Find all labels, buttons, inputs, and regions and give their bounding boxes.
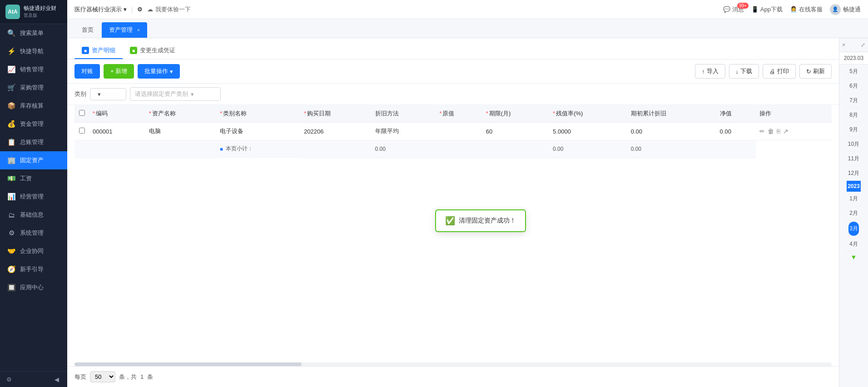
- cell-net-value-0: 0.00: [716, 123, 756, 140]
- sidebar-item-inventory[interactable]: 📦 库存核算: [0, 97, 67, 115]
- month-item-7[interactable]: 12月: [847, 166, 861, 181]
- refresh-button[interactable]: ↻ 刷新: [799, 64, 832, 79]
- sidebar-item-app-center[interactable]: 🔲 应用中心: [0, 278, 67, 297]
- scrollbar-thumb[interactable]: [74, 362, 302, 366]
- col-name: *资产名称: [145, 105, 216, 123]
- avatar: 👤: [830, 4, 841, 15]
- sidebar-item-sales[interactable]: 📈 销售管理: [0, 60, 67, 79]
- copy-icon-0[interactable]: ⎘: [777, 128, 780, 135]
- batch-button[interactable]: 批量操作 ▾: [138, 64, 180, 79]
- cell-name-0: 电脑: [145, 123, 216, 140]
- topbar-separator: |: [131, 6, 133, 13]
- more-icon-0[interactable]: ↗: [783, 128, 789, 135]
- month-item-11[interactable]: 3月: [848, 222, 859, 236]
- month-item-3[interactable]: 8月: [847, 108, 861, 123]
- batch-chevron: ▾: [170, 68, 173, 75]
- month-item-4[interactable]: 9月: [847, 123, 861, 137]
- tab-home[interactable]: 首页: [74, 22, 101, 38]
- app-download-button[interactable]: 📱 App下载: [751, 5, 783, 14]
- download-icon: ↓: [736, 68, 739, 75]
- sidebar-item-purchase[interactable]: 🛒 采购管理: [0, 79, 67, 97]
- sidebar-item-system[interactable]: ⚙ 系统管理: [0, 224, 67, 242]
- messages-button[interactable]: 💬 消息 99+: [723, 5, 744, 14]
- export-button[interactable]: ↑ 导入: [695, 64, 725, 79]
- sidebar-label-guide: 新手引导: [20, 265, 44, 273]
- topbar: 医疗器械行业演示 ▾ | ⚙ ☁ 我要体验一下 💬 消息 99+ 📱 App下载…: [67, 0, 868, 19]
- sidebar-icon-cooperation: 🤝: [7, 247, 15, 255]
- sidebar-label-app-center: 应用中心: [20, 283, 44, 292]
- sidebar-item-ledger[interactable]: 📋 总账管理: [0, 133, 67, 151]
- month-item-2[interactable]: 7月: [847, 94, 861, 108]
- username: 畅捷通: [843, 5, 861, 14]
- sidebar-item-ops[interactable]: 📊 经营管理: [0, 188, 67, 206]
- subtotal-accumulated: 0.00: [549, 140, 627, 158]
- right-panel: × ⤢ 2023.03 5月6月7月8月9月10月11月12月20231月2月3…: [839, 38, 868, 387]
- sidebar-item-guide[interactable]: 🧭 新手引导: [0, 260, 67, 278]
- month-item-9[interactable]: 1月: [847, 192, 861, 206]
- month-item-1[interactable]: 6月: [847, 79, 861, 94]
- sidebar-item-finance[interactable]: 💰 资金管理: [0, 115, 67, 133]
- month-item-0[interactable]: 5月: [847, 64, 861, 79]
- settings-gear-icon[interactable]: ⚙: [137, 6, 143, 13]
- close-panel-icon[interactable]: ×: [842, 42, 845, 48]
- user-menu[interactable]: 👤 畅捷通: [830, 4, 861, 15]
- delete-icon-0[interactable]: 🗑: [768, 128, 774, 135]
- select-all-checkbox[interactable]: [79, 110, 85, 116]
- sidebar-icon-app-center: 🔲: [7, 283, 15, 292]
- col-code: *编码: [89, 105, 145, 123]
- col-net-value: 净值: [716, 105, 756, 123]
- per-page-label: 每页: [74, 373, 86, 381]
- toolbar-right: ↑ 导入 ↓ 下载 🖨 打印 ↻ 刷新: [695, 64, 832, 79]
- sidebar-item-search[interactable]: 🔍 搜索菜单: [0, 24, 67, 42]
- company-selector[interactable]: 医疗器械行业演示 ▾: [74, 5, 127, 14]
- settings-icon[interactable]: ⚙: [6, 376, 13, 382]
- app-download-label: App下载: [760, 5, 783, 14]
- scroll-down-icon[interactable]: ▼: [849, 252, 859, 263]
- sidebar-item-base-info[interactable]: 🗂 基础信息: [0, 206, 67, 224]
- sidebar-item-fixed-assets[interactable]: 🏢 固定资产: [0, 151, 67, 169]
- tab-change-voucher[interactable]: ■ 变更生成凭证: [123, 43, 183, 59]
- refresh-label: 刷新: [813, 67, 825, 75]
- sidebar-label-system: 系统管理: [20, 229, 44, 237]
- per-page-select[interactable]: 50 100: [90, 371, 115, 382]
- tab-close-icon[interactable]: ×: [137, 27, 140, 33]
- month-item-12[interactable]: 4月: [847, 237, 861, 252]
- sidebar-label-finance: 资金管理: [20, 120, 44, 128]
- edit-icon-0[interactable]: ✏: [759, 128, 765, 135]
- print-button[interactable]: 🖨 打印: [763, 64, 796, 79]
- sidebar-item-payroll[interactable]: 💵 工资: [0, 169, 67, 188]
- reconcile-button[interactable]: 对账: [74, 64, 100, 79]
- expand-panel-icon[interactable]: ⤢: [861, 42, 865, 48]
- month-item-10[interactable]: 2月: [847, 206, 861, 221]
- sidebar-item-cooperation[interactable]: 🤝 企业协同: [0, 242, 67, 260]
- sidebar-icon-purchase: 🛒: [7, 84, 15, 92]
- asset-detail-icon: ■: [82, 47, 89, 54]
- tab-asset-detail[interactable]: ■ 资产明细: [74, 43, 123, 59]
- sidebar-label-cooperation: 企业协同: [20, 247, 44, 255]
- horizontal-scrollbar[interactable]: [74, 362, 832, 366]
- experience-button[interactable]: ☁ 我要体验一下: [147, 5, 191, 14]
- row-checkbox-0[interactable]: [79, 128, 85, 134]
- category-filter-label: 类别: [74, 90, 86, 98]
- col-category: *类别名称: [216, 105, 300, 123]
- toast-message: 清理固定资产成功！: [459, 217, 516, 225]
- category-type-select[interactable]: ▾: [90, 88, 126, 100]
- content-main: ■ 资产明细 ■ 变更生成凭证 对账 + 新增 批量操作 ▾: [67, 38, 839, 387]
- success-toast: ✅ 清理固定资产成功！: [435, 209, 526, 232]
- sidebar-item-quick-nav[interactable]: ⚡ 快捷导航: [0, 42, 67, 60]
- download-button[interactable]: ↓ 下载: [729, 64, 759, 79]
- cell-action-0: ✏ 🗑 ⎘ ↗: [756, 123, 832, 140]
- new-button[interactable]: + 新增: [104, 64, 134, 79]
- online-service-button[interactable]: 👩‍💼 在线客服: [790, 5, 823, 14]
- sidebar-label-ops: 经营管理: [20, 193, 44, 201]
- sidebar-icon-finance: 💰: [7, 120, 15, 128]
- month-item-6[interactable]: 11月: [847, 152, 861, 166]
- refresh-icon: ↻: [806, 68, 811, 75]
- collapse-icon[interactable]: ◀: [55, 376, 61, 382]
- tab-asset-management[interactable]: 资产管理 ×: [102, 22, 147, 38]
- category-select[interactable]: 请选择固定资产类别 ▾: [130, 87, 221, 101]
- category-placeholder: 请选择固定资产类别: [135, 90, 188, 98]
- service-icon: 👩‍💼: [790, 6, 797, 13]
- month-item-5[interactable]: 10月: [847, 137, 861, 152]
- asset-table: *编码 *资产名称 *类别名称 *购买日期 折旧方法 *原值 *期限(月) *残…: [74, 105, 832, 158]
